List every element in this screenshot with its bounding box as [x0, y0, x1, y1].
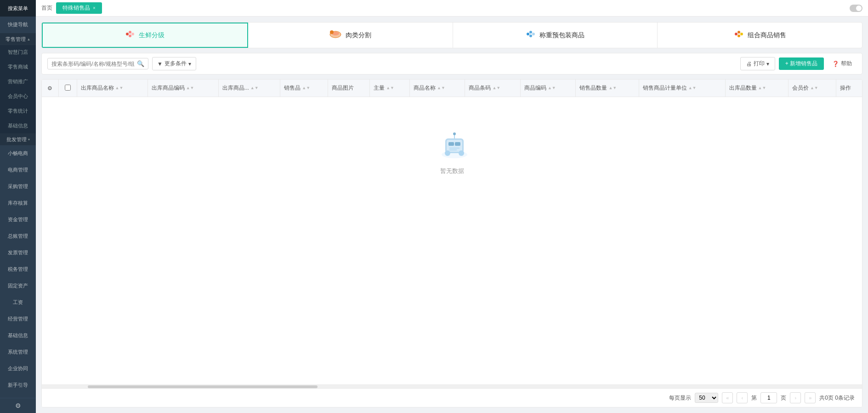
quick-nav-label: 快捷导航 [8, 21, 28, 28]
sidebar-item-new-guide[interactable]: 新手引导 [0, 377, 36, 394]
meat-label: 肉类分割 [346, 31, 371, 40]
sidebar-item-capital-mgmt[interactable]: 资金管理 [0, 212, 36, 228]
fixed-assets-label: 固定资产 [8, 282, 28, 289]
th-outbound-code[interactable]: 出库商品编码 ▲▼ [148, 80, 218, 97]
add-product-button[interactable]: + 新增销售品 [779, 57, 824, 70]
cat-tab-weigh[interactable]: 称重预包装商品 [453, 23, 658, 48]
per-page-select[interactable]: 10 20 50 100 [695, 393, 718, 403]
filter-label: 更多条件 [165, 60, 187, 68]
sort-product-name-icon: ▲▼ [437, 86, 445, 90]
sidebar: 搜索菜单 快捷导航 零售管理 ▲ 智慧门店 零售商城 营销推广 会员中心 零售统… [0, 0, 36, 413]
weigh-icon [526, 30, 536, 40]
sidebar-item-tax-mgmt[interactable]: 税务管理 [0, 261, 36, 278]
sidebar-item-general-ledger[interactable]: 总账管理 [0, 228, 36, 245]
sidebar-item-marketing[interactable]: 营销推广 [0, 75, 36, 89]
sidebar-item-operations-mgmt[interactable]: 经营管理 [0, 311, 36, 327]
base-info2-label: 基础信息 [8, 332, 28, 339]
sidebar-item-invoice-mgmt[interactable]: 发票管理 [0, 245, 36, 261]
sidebar-item-salary[interactable]: 工资 [0, 294, 36, 311]
sort-outbound-spec-icon: ▲▼ [250, 86, 259, 90]
sidebar-item-ecommerce-mgmt[interactable]: 电商管理 [0, 162, 36, 178]
first-page-button[interactable]: « [722, 392, 733, 403]
th-sales-item[interactable]: 销售品 ▲▼ [280, 80, 328, 97]
th-checkbox[interactable] [58, 80, 77, 97]
base-info-label: 基础信息 [8, 123, 28, 128]
svg-point-0 [126, 33, 129, 35]
th-main-weight[interactable]: 主量 ▲▼ [370, 80, 410, 97]
sidebar-logo[interactable]: 搜索菜单 [0, 0, 36, 17]
sort-product-code-icon: ▲▼ [548, 86, 556, 90]
th-product-image-label: 商品图片 [332, 85, 354, 91]
search-input[interactable] [51, 61, 135, 67]
table-scroll-area[interactable]: ⚙ 出库商品名称 ▲▼ [42, 80, 862, 384]
sidebar-item-members[interactable]: 会员中心 [0, 89, 36, 104]
cat-tab-meat[interactable]: 肉类分割 [248, 23, 453, 48]
th-outbound-qty-label: 出库品数量 [729, 84, 757, 92]
active-tab-label: 特殊销售品 [62, 4, 90, 12]
data-table: ⚙ 出库商品名称 ▲▼ [42, 80, 862, 97]
th-settings[interactable]: ⚙ [42, 80, 58, 97]
sidebar-item-wholesale-mgmt[interactable]: 批发管理 ▾ [0, 133, 36, 145]
sidebar-item-system-mgmt[interactable]: 系统管理 [0, 344, 36, 361]
toolbar-right: 🖨 打印 ▾ + 新增销售品 ❓ 帮助 [740, 57, 857, 70]
th-outbound-spec[interactable]: 出库商品... ▲▼ [218, 80, 280, 97]
filter-button[interactable]: ▼ 更多条件 ▾ [152, 57, 196, 70]
th-sales-unit[interactable]: 销售商品计量单位 ▲▼ [639, 80, 725, 97]
data-table-wrapper: ⚙ 出库商品名称 ▲▼ [41, 79, 862, 407]
sidebar-item-smart-store[interactable]: 智慧门店 [0, 45, 36, 60]
th-outbound-name[interactable]: 出库商品名称 ▲▼ [77, 80, 148, 97]
sidebar-item-fixed-assets[interactable]: 固定资产 [0, 278, 36, 294]
sort-main-weight-icon: ▲▼ [386, 86, 394, 90]
page-number-input[interactable] [760, 392, 777, 403]
sidebar-item-retail-mall[interactable]: 零售商城 [0, 60, 36, 75]
general-ledger-label: 总账管理 [8, 233, 28, 240]
th-product-code[interactable]: 商品编码 ▲▼ [520, 80, 575, 97]
svg-point-18 [445, 150, 450, 156]
sidebar-item-inventory[interactable]: 库存核算 [0, 195, 36, 212]
print-button[interactable]: 🖨 打印 ▾ [740, 57, 775, 70]
select-all-checkbox[interactable] [65, 85, 71, 91]
sort-outbound-code-icon: ▲▼ [186, 86, 194, 90]
help-button[interactable]: ❓ 帮助 [828, 57, 857, 70]
th-member-price[interactable]: 会员价 ▲▼ [788, 80, 836, 97]
search-box: 🔍 [47, 58, 148, 69]
sort-outbound-qty-icon: ▲▼ [758, 86, 766, 90]
th-barcode[interactable]: 商品条码 ▲▼ [465, 80, 520, 97]
th-main-weight-label: 主量 [374, 84, 385, 92]
total-label: 共0页 0条记录 [819, 394, 855, 402]
search-icon[interactable]: 🔍 [137, 60, 144, 67]
active-tab[interactable]: 特殊销售品 × [56, 2, 102, 14]
smart-store-label: 智慧门店 [8, 49, 28, 55]
sidebar-settings[interactable]: ⚙ [0, 398, 36, 413]
last-page-button[interactable]: » [805, 392, 816, 403]
toggle-switch[interactable] [850, 5, 862, 12]
print-arrow: ▾ [766, 61, 769, 67]
prev-page-button[interactable]: ‹ [737, 392, 748, 403]
sidebar-item-enterprise-agreement[interactable]: 企业协同 [0, 361, 36, 377]
tab-close-icon[interactable]: × [93, 6, 96, 11]
sidebar-item-base-info2[interactable]: 基础信息 [0, 327, 36, 344]
sidebar-item-retail-stats[interactable]: 零售统计 [0, 104, 36, 119]
next-page-button[interactable]: › [790, 392, 801, 403]
sidebar-item-quick-nav[interactable]: 快捷导航 [0, 17, 36, 33]
th-sales-qty[interactable]: 销售品数量 ▲▼ [576, 80, 639, 97]
table-horizontal-scrollbar[interactable] [42, 384, 862, 388]
svg-point-8 [529, 31, 532, 34]
cat-tab-combo[interactable]: 组合商品销售 [658, 23, 862, 48]
toolbar: 🔍 ▼ 更多条件 ▾ 🖨 打印 ▾ + 新增销售品 ❓ 帮助 [41, 53, 862, 75]
sidebar-item-mini-ecommerce[interactable]: 小畅电商 [0, 145, 36, 162]
svg-point-19 [459, 150, 464, 156]
svg-point-1 [129, 31, 131, 34]
th-member-price-label: 会员价 [792, 84, 809, 92]
sidebar-item-retail-mgmt[interactable]: 零售管理 ▲ [0, 33, 36, 45]
sidebar-item-base-info[interactable]: 基础信息 [0, 119, 36, 133]
sidebar-item-purchase-mgmt[interactable]: 采购管理 [0, 178, 36, 195]
enterprise-agreement-label: 企业协同 [8, 365, 28, 372]
empty-text: 暂无数据 [440, 167, 464, 175]
empty-icon [434, 125, 471, 161]
cat-tab-fresh[interactable]: 生鲜分级 [42, 23, 248, 48]
purchase-mgmt-label: 采购管理 [8, 183, 28, 190]
th-outbound-qty[interactable]: 出库品数量 ▲▼ [725, 80, 788, 97]
th-product-name[interactable]: 商品名称 ▲▼ [409, 80, 465, 97]
home-link[interactable]: 首页 [41, 4, 52, 12]
